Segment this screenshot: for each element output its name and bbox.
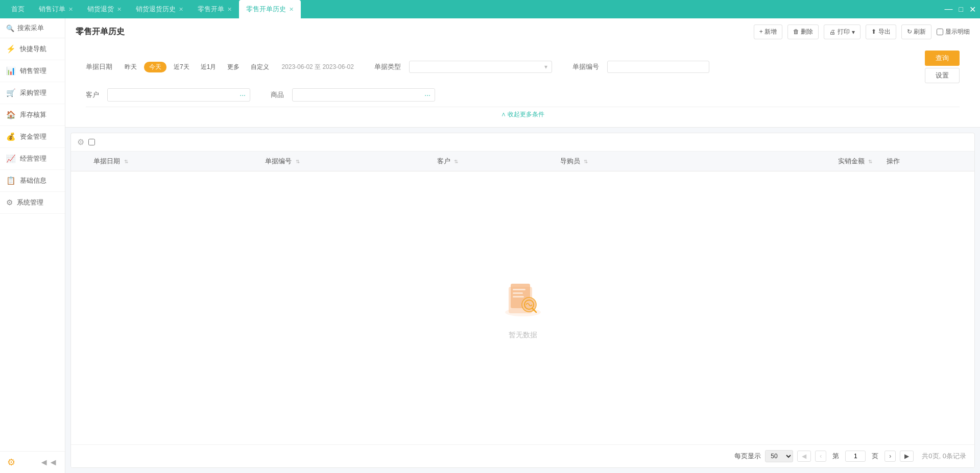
tab-sales-order-label: 销售订单	[39, 5, 65, 14]
th-salesman[interactable]: 导购员 ⇅	[554, 152, 702, 171]
sidebar-item-finance[interactable]: 💰 资金管理	[0, 126, 65, 148]
sidebar-collapse-btn[interactable]: ◄◄	[39, 457, 58, 468]
sidebar-search[interactable]: 🔍 搜索采单	[0, 18, 65, 38]
page-title: 零售开单历史	[76, 27, 125, 37]
page-title-row: 零售开单历史 + 新增 🗑 删除 🖨 打印 ▾ ⬆ 导出 ↻ 刷新 显示明细	[76, 24, 970, 39]
th-date-label: 单据日期	[93, 157, 120, 165]
sidebar-item-sales-mgmt[interactable]: 📊 销售管理	[0, 60, 65, 82]
add-button[interactable]: + 新增	[754, 24, 782, 39]
tab-home-label: 首页	[11, 5, 25, 14]
prev-page-btn[interactable]: ‹	[815, 451, 826, 462]
show-detail-label: 显示明细	[945, 28, 970, 36]
finance-icon: 💰	[6, 132, 16, 141]
tab-retail-open-history-close[interactable]: ✕	[289, 6, 294, 13]
sidebar-item-inventory-label: 库存核算	[20, 110, 46, 119]
sidebar-search-label: 搜索采单	[17, 23, 44, 33]
page-word-prefix: 第	[832, 452, 839, 461]
date-options: 昨天 今天 近7天 近1月 更多 自定义	[121, 62, 273, 72]
select-all-checkbox[interactable]	[88, 139, 95, 145]
empty-area: 暂无数据	[71, 171, 974, 444]
svg-rect-3	[513, 289, 525, 290]
query-button[interactable]: 查询	[925, 51, 960, 66]
th-date-sort: ⇅	[124, 159, 128, 164]
tab-retail-open-history[interactable]: 零售开单历史 ✕	[239, 0, 301, 18]
sidebar-item-sys-mgmt-label: 系统管理	[17, 198, 43, 207]
goods-select[interactable]: ···	[292, 88, 435, 102]
sidebar-item-basic-info[interactable]: 📋 基础信息	[0, 170, 65, 192]
print-button[interactable]: 🖨 打印 ▾	[824, 24, 861, 39]
th-customer[interactable]: 客户 ⇅	[431, 152, 554, 171]
collapse-conditions-label: ∧ 收起更多条件	[501, 110, 544, 119]
window-close[interactable]: ✕	[969, 5, 976, 14]
sidebar-item-operations-label: 经营管理	[20, 154, 46, 163]
next-page-btn[interactable]: ›	[885, 451, 896, 462]
date-opt-yesterday[interactable]: 昨天	[121, 62, 141, 72]
customer-select[interactable]: ···	[107, 88, 250, 102]
show-detail-checkbox[interactable]	[937, 29, 943, 35]
doc-no-input[interactable]	[607, 61, 709, 73]
th-checkbox	[71, 152, 87, 171]
sidebar-item-purchase-mgmt[interactable]: 🛒 采购管理	[0, 82, 65, 104]
data-table: 单据日期 ⇅ 单据编号 ⇅ 客户 ⇅ 导购员 ⇅	[71, 152, 974, 171]
date-opt-custom[interactable]: 自定义	[247, 62, 273, 72]
filter-row-1: 单据日期 昨天 今天 近7天 近1月 更多 自定义 2023-06-02 至 2…	[86, 51, 960, 83]
tab-home[interactable]: 首页	[4, 0, 32, 18]
window-minimize[interactable]: —	[945, 5, 953, 14]
refresh-button[interactable]: ↻ 刷新	[901, 24, 931, 39]
sidebar-item-sys-mgmt[interactable]: ⚙ 系统管理	[0, 192, 65, 214]
th-salesman-sort: ⇅	[584, 159, 588, 164]
date-opt-7days[interactable]: 近7天	[170, 62, 194, 72]
sidebar-item-basic-info-label: 基础信息	[20, 176, 46, 185]
table-toolbar: ⚙	[71, 133, 974, 152]
print-label: 打印	[838, 28, 850, 36]
filter-settings-button[interactable]: 设置	[925, 68, 960, 83]
sidebar-item-inventory[interactable]: 🏠 库存核算	[0, 104, 65, 126]
tab-retail-open-close[interactable]: ✕	[227, 6, 232, 13]
page-header: 零售开单历史 + 新增 🗑 删除 🖨 打印 ▾ ⬆ 导出 ↻ 刷新 显示明细	[65, 18, 980, 128]
collapse-conditions-btn[interactable]: ∧ 收起更多条件	[86, 107, 960, 122]
sidebar-settings-icon[interactable]: ⚙	[7, 457, 15, 468]
sales-mgmt-icon: 📊	[6, 66, 16, 76]
table-header-row: 单据日期 ⇅ 单据编号 ⇅ 客户 ⇅ 导购员 ⇅	[71, 152, 974, 171]
tab-sales-order[interactable]: 销售订单 ✕	[32, 0, 80, 18]
date-opt-more[interactable]: 更多	[223, 62, 244, 72]
per-page-select[interactable]: 50 100 200	[765, 450, 793, 462]
top-tab-bar: 首页 销售订单 ✕ 销货退货 ✕ 销货退货历史 ✕ 零售开单 ✕ 零售开单历史 …	[0, 0, 980, 18]
page-number-input[interactable]	[845, 451, 866, 462]
per-page-label: 每页显示	[734, 452, 761, 461]
first-page-btn[interactable]: ◀	[797, 451, 811, 462]
show-detail-checkbox-label[interactable]: 显示明细	[937, 28, 970, 36]
tab-sales-return-history[interactable]: 销货退货历史 ✕	[129, 0, 190, 18]
sidebar: 🔍 搜索采单 ⚡ 快捷导航 📊 销售管理 🛒 采购管理 🏠 库存核算 💰 资金管…	[0, 18, 65, 473]
delete-button[interactable]: 🗑 删除	[787, 24, 819, 39]
doc-type-select[interactable]: ▾	[409, 61, 552, 73]
date-range-display: 2023-06-02 至 2023-06-02	[281, 63, 353, 71]
date-opt-1month[interactable]: 近1月	[197, 62, 221, 72]
window-maximize[interactable]: □	[959, 5, 963, 13]
th-amount[interactable]: 实销金额 ⇅	[701, 152, 880, 171]
tab-sales-return-label: 销货退货	[87, 5, 114, 14]
date-opt-today[interactable]: 今天	[144, 62, 166, 72]
th-no[interactable]: 单据编号 ⇅	[259, 152, 431, 171]
purchase-mgmt-icon: 🛒	[6, 88, 16, 97]
last-page-btn[interactable]: ▶	[900, 451, 914, 462]
tab-sales-return-history-close[interactable]: ✕	[179, 6, 183, 13]
print-icon: 🖨	[829, 29, 835, 36]
empty-text: 暂无数据	[509, 331, 537, 340]
sidebar-item-operations[interactable]: 📈 经营管理	[0, 148, 65, 170]
th-date[interactable]: 单据日期 ⇅	[87, 152, 259, 171]
sidebar-item-finance-label: 资金管理	[20, 132, 46, 141]
tab-retail-open[interactable]: 零售开单 ✕	[190, 0, 239, 18]
tab-sales-return-close[interactable]: ✕	[117, 6, 122, 13]
date-filter-label: 单据日期	[86, 62, 112, 71]
table-gear-icon[interactable]: ⚙	[77, 137, 84, 147]
toolbar: + 新增 🗑 删除 🖨 打印 ▾ ⬆ 导出 ↻ 刷新 显示明细	[754, 24, 970, 39]
tab-sales-order-close[interactable]: ✕	[68, 6, 73, 13]
search-icon: 🔍	[6, 24, 14, 32]
tab-sales-return[interactable]: 销货退货 ✕	[80, 0, 129, 18]
sidebar-item-quick-nav[interactable]: ⚡ 快捷导航	[0, 38, 65, 60]
page-word: 页	[872, 452, 878, 461]
th-no-label: 单据编号	[265, 157, 292, 165]
export-button[interactable]: ⬆ 导出	[866, 24, 896, 39]
sidebar-item-quick-nav-label: 快捷导航	[20, 44, 46, 54]
